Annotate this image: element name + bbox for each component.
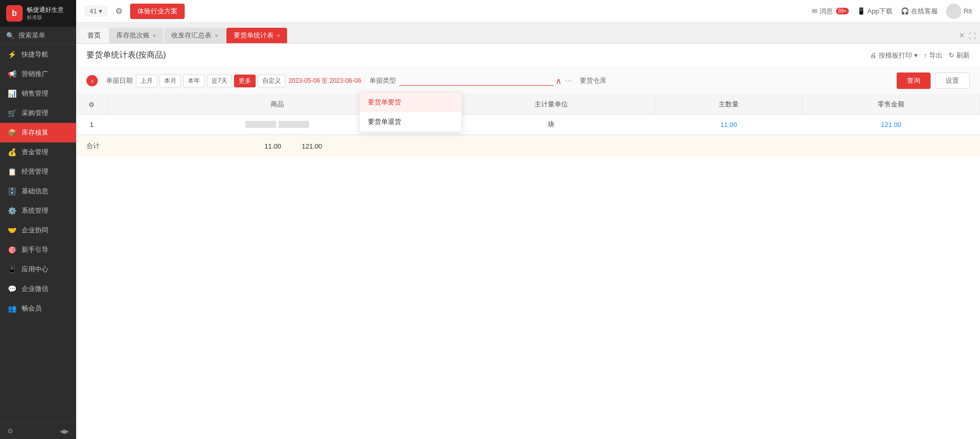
page-header: 要货单统计表(按商品) 🖨 按模板打印 ▾ ↑ 导出 ↻ 刷新 (76, 44, 980, 67)
type-dropdown: 要货单要货 要货单退货 (359, 92, 462, 132)
online-service-item[interactable]: 🎧 在线客服 (901, 7, 938, 16)
tab-fullscreen-icon[interactable]: ⛶ (969, 32, 976, 40)
topbar-settings-icon[interactable]: ⚙ (112, 4, 126, 19)
refresh-action[interactable]: ↻ 刷新 (949, 51, 970, 60)
date-btn-7days[interactable]: 近7天 (207, 75, 232, 87)
sidebar-item-enterprise[interactable]: 🤝 企业协同 (0, 221, 76, 240)
dropdown-item-1[interactable]: 要货单退货 (360, 112, 461, 132)
sidebar-item-wechat[interactable]: 💬 企业微信 (0, 279, 76, 299)
sidebar: b 畅捷通好生意 标准版 🔍 搜索菜单 ⚡ 快捷导航 📢 营销推广 📊 销售管理… (0, 0, 76, 439)
search-icon: 🔍 (6, 32, 14, 40)
tab-order-summary[interactable]: 要货单统计表 × (226, 28, 287, 43)
member-icon: 👥 (7, 304, 16, 313)
messages-item[interactable]: ✉ 消息 99+ (812, 7, 849, 16)
cell-amount[interactable]: 121.00 (803, 115, 980, 135)
app-name: 畅捷通好生意 (27, 6, 64, 14)
sidebar-item-label: 快捷导航 (22, 50, 48, 59)
product-placeholder-1 (245, 121, 276, 128)
sidebar-item-label: 资金管理 (22, 148, 48, 157)
refresh-label: 刷新 (956, 51, 970, 60)
app-download-item[interactable]: 📱 App下载 (857, 7, 893, 16)
date-btn-this-month[interactable]: 本月 (159, 75, 181, 87)
type-select-up-arrow[interactable]: ∧ (556, 76, 562, 86)
settings-btn[interactable]: 设置 (935, 72, 970, 89)
sidebar-item-member[interactable]: 👥 畅会员 (0, 299, 76, 318)
guide-icon: 🎯 (7, 245, 16, 254)
product-placeholder-2 (278, 121, 309, 128)
tab-recv-send[interactable]: 收发存汇总表 × (164, 28, 225, 43)
store-name: 41 (90, 7, 97, 15)
purchase-icon: 🛒 (7, 108, 16, 118)
filter-action-btns: 查询 设置 (897, 72, 970, 89)
export-action[interactable]: ↑ 导出 (924, 51, 943, 60)
app-sub: 标准版 (27, 14, 64, 21)
refresh-icon: ↻ (949, 51, 954, 59)
main-area: 41 ▾ ⚙ 体验行业方案 ✉ 消息 99+ 📱 App下载 🎧 在线客服 R (76, 0, 980, 439)
basic-icon: 🗄️ (7, 187, 16, 196)
cell-quantity[interactable]: 11.00 (655, 115, 802, 135)
tab-order-summary-label: 要货单统计表 (234, 31, 274, 40)
wechat-icon: 💬 (7, 284, 16, 294)
date-btn-this-year[interactable]: 本年 (183, 75, 205, 87)
type-filter-group: 单据类型 ∧ ··· (369, 76, 572, 86)
sidebar-item-finance[interactable]: 💰 资金管理 (0, 142, 76, 162)
tab-home-label: 首页 (87, 31, 101, 40)
tab-inventory-batch[interactable]: 库存批次账 × (109, 28, 163, 43)
sidebar-item-label: 应用中心 (22, 265, 48, 274)
query-btn[interactable]: 查询 (897, 72, 931, 89)
trial-btn[interactable]: 体验行业方案 (130, 4, 185, 19)
tab-inventory-batch-label: 库存批次账 (116, 31, 150, 40)
col-header-unit: 主计量单位 (448, 95, 655, 115)
sidebar-item-label: 新手引导 (22, 245, 48, 254)
type-select-extra[interactable]: ··· (565, 76, 572, 85)
sidebar-item-inventory[interactable]: 📦 库存核算 (0, 123, 76, 142)
sidebar-item-apps[interactable]: 📱 应用中心 (0, 260, 76, 279)
tab-order-summary-close[interactable]: × (277, 32, 280, 39)
sidebar-search-label: 搜索菜单 (19, 31, 45, 40)
tab-inventory-batch-close[interactable]: × (153, 32, 156, 39)
type-select-wrapper: ∧ (399, 76, 562, 86)
date-btn-custom[interactable]: 自定义 (258, 75, 286, 87)
tab-close-all-icon[interactable]: × (959, 30, 965, 41)
system-icon: ⚙️ (7, 206, 16, 215)
sidebar-item-label: 畅会员 (22, 304, 42, 313)
sidebar-item-basic[interactable]: 🗄️ 基础信息 (0, 181, 76, 201)
data-table: ⚙ 商品 主计量单位 主数量 零售金额 1 (76, 95, 980, 135)
date-btn-more[interactable]: 更多 (234, 75, 256, 87)
sidebar-item-system[interactable]: ⚙️ 系统管理 (0, 201, 76, 221)
table-body: 1 块 11.00 121.00 (76, 115, 980, 135)
tab-recv-send-close[interactable]: × (215, 32, 218, 39)
user-item[interactable]: Rit (946, 4, 972, 19)
sidebar-item-label: 经营管理 (22, 167, 48, 176)
user-name: Rit (964, 7, 972, 15)
operation-icon: 📋 (7, 167, 16, 176)
sidebar-item-operation[interactable]: 📋 经营管理 (0, 162, 76, 181)
date-btn-last-month[interactable]: 上月 (136, 75, 157, 87)
sidebar-item-purchase[interactable]: 🛒 采购管理 (0, 103, 76, 123)
sidebar-item-marketing[interactable]: 📢 营销推广 (0, 64, 76, 84)
page-actions: 🖨 按模板打印 ▾ ↑ 导出 ↻ 刷新 (870, 51, 970, 60)
date-filter-label: 单据日期 (106, 76, 133, 85)
topbar-left: 41 ▾ ⚙ 体验行业方案 (84, 4, 806, 19)
sidebar-item-quick-nav[interactable]: ⚡ 快捷导航 (0, 45, 76, 64)
col-header-settings[interactable]: ⚙ (76, 95, 107, 115)
headset-icon: 🎧 (901, 7, 909, 15)
sales-icon: 📊 (7, 89, 16, 98)
print-template-action[interactable]: 🖨 按模板打印 ▾ (870, 51, 918, 60)
type-select-input[interactable] (399, 76, 554, 86)
sidebar-item-guide[interactable]: 🎯 新手引导 (0, 240, 76, 260)
filter-bar: › 单据日期 上月 本月 本年 近7天 更多 自定义 2023-05-06 至 … (76, 67, 980, 95)
sidebar-item-label: 企业微信 (22, 284, 48, 294)
cell-index: 1 (76, 115, 107, 135)
dropdown-item-0[interactable]: 要货单要货 (360, 93, 461, 112)
sidebar-item-sales[interactable]: 📊 销售管理 (0, 84, 76, 103)
expand-filter-btn[interactable]: › (86, 75, 98, 86)
store-selector[interactable]: 41 ▾ (84, 5, 108, 17)
sidebar-search[interactable]: 🔍 搜索菜单 (0, 27, 76, 45)
sidebar-item-label: 库存核算 (22, 128, 48, 137)
sidebar-bottom-bar: ⚙ ◀▶ (0, 423, 76, 439)
sidebar-settings-icon[interactable]: ⚙ (7, 427, 13, 435)
messages-badge: 99+ (836, 8, 849, 14)
tab-home[interactable]: 首页 (80, 28, 108, 43)
sidebar-collapse-icon[interactable]: ◀▶ (60, 428, 69, 435)
